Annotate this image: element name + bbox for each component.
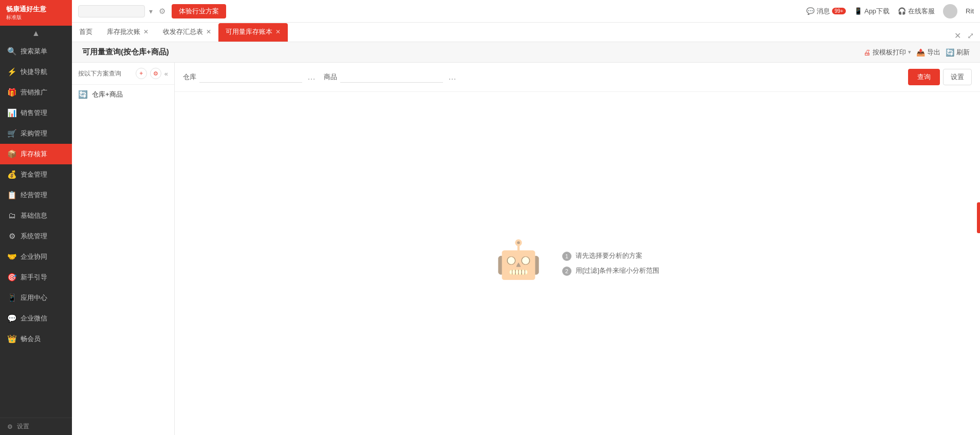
page-header: 可用量查询(按仓库+商品) 🖨 按模板打印 ▾ 📤 导出 🔄 刷新 bbox=[72, 42, 980, 63]
sidebar-scroll-up[interactable]: ▲ bbox=[0, 26, 72, 41]
sidebar-icon-purchase: 🛒 bbox=[7, 129, 16, 138]
sidebar-label-marketing: 营销推广 bbox=[21, 88, 47, 97]
tip-number-1: 1 bbox=[562, 252, 571, 261]
tab-close-deposit-summary[interactable]: ✕ bbox=[206, 28, 211, 35]
sidebar-logo: 畅康通好生意 标准版 bbox=[0, 0, 72, 26]
collapse-panel-btn[interactable]: « bbox=[164, 70, 168, 78]
sidebar-item-newbie[interactable]: 🎯新手引导 bbox=[0, 267, 72, 288]
headset-icon: 🎧 bbox=[898, 7, 906, 15]
expand-btn[interactable]: ⤢ bbox=[965, 30, 976, 42]
app-download-label: App下载 bbox=[864, 7, 890, 16]
sidebar-label-newbie: 新手引导 bbox=[21, 273, 47, 282]
tab-deposit-summary[interactable]: 收发存汇总表✕ bbox=[156, 23, 218, 42]
print-btn[interactable]: 🖨 按模板打印 ▾ bbox=[863, 48, 911, 57]
empty-tip-2: 2 用[过滤]条件来缩小分析范围 bbox=[562, 266, 659, 276]
query-btn[interactable]: 查询 bbox=[908, 69, 940, 85]
empty-state: 🤖 1 请先选择要分析的方案 2 用[过滤]条件来缩小分析范围 bbox=[175, 92, 980, 435]
export-label: 导出 bbox=[927, 48, 940, 57]
sidebar-item-shortcut[interactable]: ⚡快捷导航 bbox=[0, 62, 72, 82]
sidebar-item-vip[interactable]: 👑畅会员 bbox=[0, 329, 72, 349]
sidebar-item-operation[interactable]: 📋经营管理 bbox=[0, 185, 72, 205]
product-filter: 商品 … bbox=[324, 71, 458, 83]
message-label: 消息 bbox=[817, 7, 830, 16]
filter-row: 仓库 … 商品 … 查询 设置 bbox=[175, 63, 980, 92]
sidebar-label-shortcut: 快捷导航 bbox=[21, 67, 47, 77]
app-icon: 📱 bbox=[854, 7, 862, 15]
product-input[interactable] bbox=[340, 71, 443, 83]
sidebar-bottom[interactable]: ⚙ 设置 bbox=[0, 418, 72, 435]
warehouse-input[interactable] bbox=[199, 71, 302, 83]
page-header-actions: 🖨 按模板打印 ▾ 📤 导出 🔄 刷新 bbox=[863, 48, 970, 57]
trial-btn[interactable]: 体验行业方案 bbox=[172, 4, 226, 18]
content-area: 按以下方案查询 + ⚙ « 🔄 仓库+商品 仓库 … bbox=[72, 63, 980, 435]
sidebar-item-wxenterprise[interactable]: 💬企业微信 bbox=[0, 308, 72, 329]
print-icon: 🖨 bbox=[863, 48, 871, 56]
product-more-btn[interactable]: … bbox=[446, 72, 458, 82]
close-tab-btn[interactable]: ✕ bbox=[952, 30, 963, 42]
tab-close-batch-account[interactable]: ✕ bbox=[143, 28, 149, 35]
sidebar-item-search[interactable]: 🔍搜索菜单 bbox=[0, 41, 72, 62]
tab-label-batch-account: 库存批次账 bbox=[107, 27, 140, 36]
sidebar-label-basic: 基础信息 bbox=[21, 211, 47, 220]
tab-label-available-stock: 可用量库存账本 bbox=[226, 27, 272, 36]
sidebar-icon-wxenterprise: 💬 bbox=[7, 314, 16, 323]
topbar-gear-icon[interactable]: ⚙ bbox=[159, 7, 165, 16]
scheme-label: 仓库+商品 bbox=[92, 90, 123, 99]
refresh-btn[interactable]: 🔄 刷新 bbox=[946, 48, 970, 57]
sidebar-label-purchase: 采购管理 bbox=[21, 129, 47, 138]
settings-scheme-btn[interactable]: ⚙ bbox=[150, 68, 161, 79]
scheme-item-warehouse-product[interactable]: 🔄 仓库+商品 bbox=[72, 85, 174, 104]
warehouse-more-btn[interactable]: … bbox=[305, 72, 318, 82]
sidebar-item-sales[interactable]: 📊销售管理 bbox=[0, 103, 72, 123]
sidebar-icon-sales: 📊 bbox=[7, 108, 16, 118]
avatar[interactable] bbox=[943, 4, 957, 18]
sidebar-icon-appstore: 📱 bbox=[7, 293, 16, 302]
settings-icon: ⚙ bbox=[7, 423, 13, 430]
refresh-icon: 🔄 bbox=[946, 48, 954, 56]
left-panel-header: 按以下方案查询 + ⚙ « bbox=[72, 63, 174, 85]
logo-line2: 标准版 bbox=[6, 14, 66, 21]
sidebar-item-system[interactable]: ⚙系统管理 bbox=[0, 226, 72, 247]
message-icon: 💬 bbox=[806, 7, 815, 15]
tab-home[interactable]: 首页 bbox=[72, 23, 100, 42]
add-scheme-btn[interactable]: + bbox=[136, 68, 147, 79]
sidebar-label-finance: 资金管理 bbox=[21, 170, 47, 179]
print-dropdown-icon[interactable]: ▾ bbox=[908, 49, 911, 55]
empty-tips: 1 请先选择要分析的方案 2 用[过滤]条件来缩小分析范围 bbox=[562, 251, 659, 276]
sidebar-item-marketing[interactable]: 🎁营销推广 bbox=[0, 82, 72, 103]
export-icon: 📤 bbox=[916, 48, 925, 56]
sidebar-item-enterprise[interactable]: 🤝企业协同 bbox=[0, 247, 72, 267]
sidebar-item-purchase[interactable]: 🛒采购管理 bbox=[0, 123, 72, 144]
message-btn[interactable]: 💬 消息 99+ bbox=[806, 7, 846, 16]
sidebar-icon-finance: 💰 bbox=[7, 170, 16, 179]
sidebar-label-vip: 畅会员 bbox=[21, 334, 41, 344]
sidebar-label-appstore: 应用中心 bbox=[21, 293, 47, 302]
app-download-btn[interactable]: 📱 App下载 bbox=[854, 7, 890, 16]
sidebar-bottom-label: 设置 bbox=[17, 422, 29, 431]
tab-batch-account[interactable]: 库存批次账✕ bbox=[100, 23, 156, 42]
export-btn[interactable]: 📤 导出 bbox=[916, 48, 940, 57]
tab-available-stock[interactable]: 可用量库存账本✕ bbox=[218, 23, 288, 42]
empty-illustration: 🤖 bbox=[495, 238, 547, 289]
tip-text-2: 用[过滤]条件来缩小分析范围 bbox=[576, 266, 659, 275]
topbar-search-input[interactable] bbox=[78, 5, 145, 17]
left-panel: 按以下方案查询 + ⚙ « 🔄 仓库+商品 bbox=[72, 63, 175, 435]
empty-tip-1: 1 请先选择要分析的方案 bbox=[562, 251, 659, 261]
tab-close-available-stock[interactable]: ✕ bbox=[275, 28, 281, 35]
page-title: 可用量查询(按仓库+商品) bbox=[82, 47, 169, 57]
online-service-label: 在线客服 bbox=[908, 7, 935, 16]
sidebar-scroll: ▲ 🔍搜索菜单⚡快捷导航🎁营销推广📊销售管理🛒采购管理📦库存核算💰资金管理📋经营… bbox=[0, 26, 72, 418]
sidebar-item-basic[interactable]: 🗂基础信息 bbox=[0, 205, 72, 226]
sidebar-item-finance[interactable]: 💰资金管理 bbox=[0, 164, 72, 185]
left-panel-actions: + ⚙ « bbox=[136, 68, 168, 79]
sidebar-item-appstore[interactable]: 📱应用中心 bbox=[0, 288, 72, 308]
topbar-dropdown-icon[interactable]: ▾ bbox=[149, 7, 153, 15]
tip-text-1: 请先选择要分析的方案 bbox=[576, 251, 642, 260]
product-label: 商品 bbox=[324, 72, 337, 82]
sidebar-item-inventory[interactable]: 📦库存核算 bbox=[0, 144, 72, 164]
online-service-btn[interactable]: 🎧 在线客服 bbox=[898, 7, 935, 16]
sidebar-icon-system: ⚙ bbox=[7, 232, 16, 241]
settings-btn[interactable]: 设置 bbox=[943, 69, 972, 85]
right-panel: 仓库 … 商品 … 查询 设置 🤖 bbox=[175, 63, 980, 435]
sidebar-label-operation: 经营管理 bbox=[21, 191, 47, 200]
